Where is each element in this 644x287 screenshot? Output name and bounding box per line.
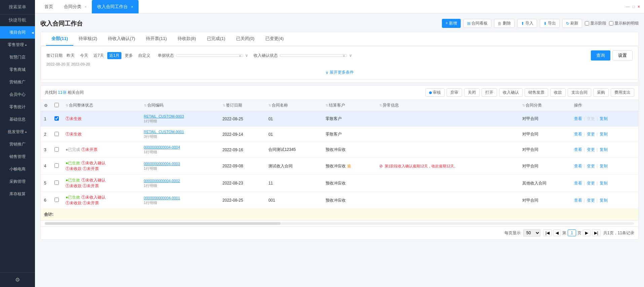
- op-change-3[interactable]: 变更: [587, 147, 595, 152]
- tab-home[interactable]: 首页: [39, 0, 59, 13]
- sidebar-item-retail-stats[interactable]: 零售统计: [0, 101, 35, 113]
- action-expense[interactable]: 费用支出: [611, 88, 634, 97]
- th-exception[interactable]: 异常信息: [376, 100, 519, 111]
- action-purchase[interactable]: 采购: [593, 88, 609, 97]
- row-checkbox-3[interactable]: [54, 147, 59, 152]
- op-view-3[interactable]: 查看: [574, 147, 582, 152]
- op-copy-1[interactable]: 复制: [600, 116, 608, 121]
- show-segments-input[interactable]: [585, 21, 589, 26]
- code-link-1[interactable]: RETAIL_CUSTOM-0003: [144, 114, 184, 118]
- gear-icon[interactable]: ⚙: [4, 277, 31, 283]
- cell-cb-1[interactable]: [51, 111, 62, 127]
- filter-tab-closed[interactable]: 已关闭(0): [231, 32, 260, 46]
- op-copy-3[interactable]: 复制: [600, 147, 608, 152]
- th-sign-date[interactable]: 签订日期: [219, 100, 265, 111]
- page-next-btn[interactable]: ▶: [583, 230, 591, 236]
- setting-button[interactable]: 设置: [612, 50, 633, 60]
- sidebar-item-marketing[interactable]: 营销推广: [0, 76, 35, 88]
- row-checkbox-2[interactable]: [54, 132, 59, 136]
- action-open[interactable]: 打开: [482, 88, 497, 97]
- show-segments-checkbox[interactable]: 显示阶段: [585, 20, 606, 26]
- sidebar-item-inventory[interactable]: 库存核算: [0, 188, 35, 200]
- cell-cb-4[interactable]: [51, 158, 62, 175]
- tab-contract-category[interactable]: 合同分类 ×: [59, 0, 92, 13]
- date-opt-last1month[interactable]: 近1月: [107, 52, 122, 59]
- th-customer[interactable]: 结算客户: [322, 100, 376, 111]
- row-checkbox-4[interactable]: [54, 163, 59, 168]
- op-copy-2[interactable]: 复制: [600, 132, 608, 136]
- op-copy-5[interactable]: 复制: [600, 181, 608, 186]
- select-all-checkbox[interactable]: [54, 103, 59, 107]
- tab-contract-category-close[interactable]: ×: [85, 5, 87, 9]
- op-change-2[interactable]: 变更: [587, 132, 595, 136]
- th-name[interactable]: 合同名称: [265, 100, 322, 111]
- income-confirm-select[interactable]: [280, 54, 347, 57]
- filter-tab-changed[interactable]: 已变更(4): [260, 32, 289, 46]
- th-status[interactable]: 合同整体状态: [62, 100, 141, 111]
- row-checkbox-1[interactable]: [54, 116, 59, 121]
- code-link-4[interactable]: 0000000000004-0003: [144, 162, 180, 166]
- op-change-6[interactable]: 变更: [587, 198, 595, 203]
- doc-status-select[interactable]: [176, 54, 243, 57]
- sidebar-item-sales-mgmt[interactable]: 销售管理: [0, 151, 35, 163]
- cell-cb-5[interactable]: [51, 175, 62, 192]
- cell-cb-6[interactable]: [51, 192, 62, 209]
- refresh-button[interactable]: ↻ 刷新: [562, 19, 582, 28]
- scroll-thumb[interactable]: [45, 222, 280, 225]
- action-out-contract[interactable]: 支出合同: [568, 88, 591, 97]
- date-opt-custom[interactable]: 自定义: [136, 52, 152, 59]
- op-copy-6[interactable]: 复制: [600, 198, 608, 203]
- sidebar-item-ecommerce[interactable]: 小畅电商: [0, 163, 35, 175]
- date-opt-yesterday[interactable]: 昨天: [65, 52, 77, 59]
- close-btn-window[interactable]: ×: [638, 4, 640, 9]
- show-details-checkbox[interactable]: 显示标的明细: [609, 20, 639, 26]
- filter-tab-completed[interactable]: 已完成(1): [201, 32, 231, 46]
- action-payment[interactable]: 收款: [550, 88, 566, 97]
- date-opt-last7[interactable]: 近7天: [91, 52, 106, 59]
- action-sales-invoice[interactable]: 销售发票: [525, 88, 548, 97]
- sidebar-item-smart-store[interactable]: 智慧门店: [0, 51, 35, 64]
- new-button[interactable]: + 新增: [442, 19, 461, 28]
- contract-board-button[interactable]: ⊞ 合同看板: [463, 19, 491, 28]
- cell-cb-2[interactable]: [51, 127, 62, 142]
- sidebar-quick-nav[interactable]: 快捷导航: [0, 14, 35, 26]
- action-income-confirm[interactable]: 收入确认: [499, 88, 523, 97]
- row-checkbox-5[interactable]: [54, 180, 59, 185]
- th-code[interactable]: 合同编码: [141, 100, 219, 111]
- sidebar-item-project[interactable]: 项目合同 ◀: [0, 26, 35, 39]
- sidebar-item-member[interactable]: 会员中心: [0, 88, 35, 101]
- action-close[interactable]: 关闭: [464, 88, 480, 97]
- op-view-4[interactable]: 查看: [574, 164, 582, 168]
- op-change-5[interactable]: 变更: [587, 181, 595, 186]
- code-link-6[interactable]: 0000000000004-0001: [144, 196, 180, 200]
- horizontal-scrollbar[interactable]: [41, 220, 638, 226]
- page-first-btn[interactable]: |◀: [543, 230, 552, 236]
- filter-tab-pending-income-confirm[interactable]: 待收入确认(7): [103, 32, 141, 46]
- delete-button[interactable]: 🗑 删除: [494, 19, 515, 28]
- date-opt-today[interactable]: 今天: [78, 52, 90, 59]
- sidebar-item-retail-mgmt[interactable]: 零售管理 ▲: [0, 39, 35, 51]
- sidebar-item-purchase[interactable]: 采购管理: [0, 175, 35, 188]
- filter-tab-all[interactable]: 全部(11): [46, 32, 73, 46]
- code-link-5[interactable]: 0000000000004-0002: [144, 179, 180, 183]
- th-category[interactable]: 合同分类: [519, 100, 571, 111]
- show-details-input[interactable]: [609, 21, 613, 26]
- op-view-1[interactable]: 查看: [574, 116, 582, 121]
- tab-income-workbench-close[interactable]: ×: [131, 5, 133, 9]
- action-abandon[interactable]: 弃审: [447, 88, 462, 97]
- maximize-btn[interactable]: □: [633, 4, 635, 9]
- filter-tab-pending-payment[interactable]: 待收款(8): [172, 32, 201, 46]
- per-page-select[interactable]: 50 100: [523, 229, 540, 237]
- th-checkbox[interactable]: [51, 100, 62, 111]
- op-view-2[interactable]: 查看: [574, 132, 582, 136]
- sidebar-item-marketing2[interactable]: 营销推广: [0, 138, 35, 151]
- page-prev-btn[interactable]: ◀: [553, 230, 561, 236]
- filter-tab-pending-invoice[interactable]: 待开票(11): [141, 32, 172, 46]
- action-review[interactable]: 审核: [425, 88, 445, 97]
- op-view-5[interactable]: 查看: [574, 181, 582, 186]
- sidebar-search[interactable]: 搜索菜单: [0, 0, 35, 14]
- date-opt-more[interactable]: 更多: [123, 52, 135, 59]
- import-button[interactable]: ⬆ 导入: [517, 19, 537, 28]
- expand-conditions-btn[interactable]: ∨ 展开更多条件: [326, 70, 354, 75]
- op-view-6[interactable]: 查看: [574, 198, 582, 203]
